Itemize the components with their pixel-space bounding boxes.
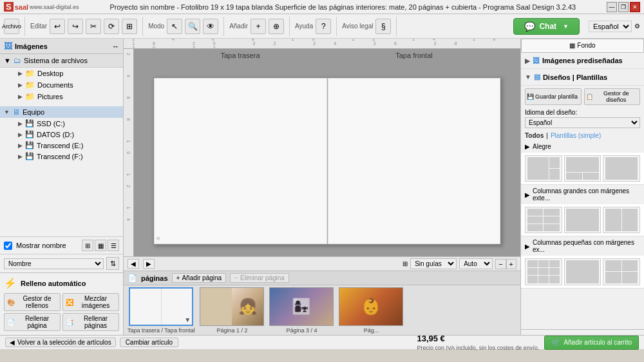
chat-button[interactable]: 💬 Chat ▼ <box>513 18 580 35</box>
close-button[interactable]: ✕ <box>630 2 640 12</box>
category-columnas-pequenas: ▶ Columnas pequeñas con márgenes ex... <box>521 236 644 288</box>
fill-pages-button[interactable]: 📑 Rellenar páginas <box>62 313 119 331</box>
sort-direction-button[interactable]: ⇅ <box>106 257 119 270</box>
filter-simple-link[interactable]: Plantillas (simple) <box>551 132 601 139</box>
copy-button[interactable]: ⊞ <box>122 19 137 34</box>
tree-item-transcend-e[interactable]: ▶ 💾 Transcend (E:) <box>0 140 123 151</box>
rotate-button[interactable]: ⟳ <box>104 19 119 34</box>
file-system-header[interactable]: ▼ 🗂 Sistema de archivos <box>0 54 123 68</box>
window-controls: — ❐ ✕ <box>607 2 640 12</box>
language-selector[interactable]: Español English Deutsch ⚙ <box>589 21 640 32</box>
cg-template-2[interactable] <box>564 207 601 233</box>
add2-tool[interactable]: ⊕ <box>269 19 284 34</box>
preview-tool[interactable]: 👁 <box>203 19 218 34</box>
add-page-button[interactable]: + Añadir página <box>172 273 227 283</box>
scroll-left-button[interactable]: ◀ <box>128 259 139 269</box>
fill-page-button[interactable]: 📄 Rellenar página <box>4 313 61 331</box>
help-button[interactable]: ? <box>316 19 331 34</box>
page-thumb-3[interactable]: 👶 Pág... <box>339 287 403 334</box>
alegre-template-1[interactable] <box>525 155 562 182</box>
tree-item-datos[interactable]: ▶ 💾 DATOS (D:) <box>0 129 123 140</box>
cp-template-3[interactable] <box>603 258 640 285</box>
page-thumb-2[interactable]: 👩‍👧 Página 3 / 4 <box>269 287 334 334</box>
cp-template-1[interactable] <box>525 258 562 285</box>
tree-item-ssd[interactable]: ▶ 💾 SSD (C:) <box>0 118 123 129</box>
page-thumb-1[interactable]: 👧 Página 1 / 2 <box>200 287 264 334</box>
chat-icon: 💬 <box>524 21 535 32</box>
filter-all-link[interactable]: Todos <box>525 132 544 139</box>
alegre-template-3[interactable] <box>603 155 640 182</box>
category-columnas-grandes-header[interactable]: ▶ Columnas grandes con márgenes exte... <box>521 185 644 204</box>
tab-fondo[interactable]: ▦ Fondo <box>521 39 644 52</box>
category-alegre-header[interactable]: ▶ Alegre <box>521 140 644 153</box>
equipo-label: Equipo <box>23 108 44 116</box>
saal-url: www.saal-digital.es <box>30 4 79 10</box>
ruler-horizontal: 2 4 6 8 10 12 14 16 18 20 22 24 26 28 30… <box>124 39 520 49</box>
zoom-select[interactable]: Auto 50% 100% 150% <box>459 258 493 269</box>
zoom-out-button[interactable]: − <box>495 259 506 269</box>
view-medium-icon[interactable]: ▦ <box>95 240 106 251</box>
back-cover-page[interactable] <box>154 78 327 244</box>
mix-images-button[interactable]: 🔀 Mezclar imágenes <box>62 293 119 311</box>
page3-thumb-label: Pág... <box>364 327 379 334</box>
datos-drive-icon: 💾 <box>25 130 34 138</box>
remove-page-button[interactable]: − Eliminar página <box>230 273 289 283</box>
zoom-in-button[interactable]: + <box>506 259 516 269</box>
cart-icon: 🛒 <box>551 338 561 347</box>
view-large-icon[interactable]: ⊞ <box>82 240 93 251</box>
show-name-checkbox[interactable] <box>4 242 12 250</box>
preset-images-header[interactable]: ▶ 🖼 Imágenes prediseñadas <box>525 55 640 66</box>
change-article-button[interactable]: Cambiar artículo <box>120 338 178 347</box>
add-to-cart-button[interactable]: 🛒 Añadir artículo al carrito <box>544 336 639 350</box>
back-button[interactable]: ◀ Volver a la selección de artículos <box>5 338 116 347</box>
save-template-label: Guardar plantilla <box>535 93 578 100</box>
chat-dropdown-arrow[interactable]: ▼ <box>563 23 569 30</box>
alegre-template-2[interactable] <box>564 155 601 182</box>
designs-header[interactable]: ▼ ▤ Diseños | Plantillas <box>525 71 640 82</box>
front-cover-page[interactable] <box>328 78 501 244</box>
toolbar-menu-archivo[interactable]: Archivo <box>4 19 19 34</box>
cut-button[interactable]: ✂ <box>86 19 101 34</box>
view-icons: ⊞ ▦ ☰ <box>82 240 119 251</box>
tree-item-transcend-f[interactable]: ▶ 💾 Transcend (F:) <box>0 151 123 162</box>
name-select[interactable]: Nombre Fecha Tamaño <box>4 258 104 269</box>
category-columnas-pequenas-header[interactable]: ▶ Columnas pequeñas con márgenes ex... <box>521 236 644 256</box>
fill-manager-icon: 🎨 <box>7 299 15 306</box>
restore-button[interactable]: ❐ <box>618 2 629 12</box>
language-select[interactable]: Español English Deutsch <box>589 21 632 32</box>
save-template-button[interactable]: 💾 Guardar plantilla <box>525 88 582 105</box>
tree-item-pictures[interactable]: ▶ 📁 Pictures <box>0 91 123 102</box>
canvas-area[interactable]: Tapa trasera Tapa frontal R <box>134 49 520 256</box>
design-manager-button[interactable]: 📋 Gestor de diseños <box>584 88 641 105</box>
guides-select[interactable]: Sin guías Con guías <box>410 258 457 269</box>
category-alegre: ▶ Alegre <box>521 140 644 185</box>
cg-template-1[interactable] <box>525 207 562 233</box>
design-lang-select[interactable]: Español English Deutsch <box>525 117 640 128</box>
redo-button[interactable]: ↪ <box>68 19 83 34</box>
lang-settings-icon[interactable]: ⚙ <box>634 23 640 30</box>
view-list-icon[interactable]: ☰ <box>108 240 119 251</box>
tree-item-equipo[interactable]: ▼ 🖥 Equipo <box>0 106 123 118</box>
search-tool[interactable]: 🔍 <box>185 19 200 34</box>
fill-manager-button[interactable]: 🎨 Gestor de rellenos <box>4 293 61 311</box>
bottom-right-section: 13,95 € Precio con IVA incluido, sin los… <box>417 334 639 351</box>
page-thumb-cover[interactable]: ▼ Tapa trasera / Tapa frontal <box>128 287 194 334</box>
tree-item-documents[interactable]: ▶ 📁 Documents <box>0 79 123 91</box>
select-tool[interactable]: ↖ <box>167 19 182 34</box>
mix-images-label: Mezclar imágenes <box>75 295 116 309</box>
desktop-folder-icon: 📁 <box>25 69 35 78</box>
ruler-vertical: 2 4 6 8 10 12 14 <box>124 49 134 256</box>
cp-template-2[interactable] <box>564 258 601 285</box>
designs-expand-icon: ▼ <box>525 73 531 81</box>
tree-item-desktop[interactable]: ▶ 📁 Desktop <box>0 68 123 79</box>
legal-button[interactable]: § <box>375 19 391 34</box>
images-panel-icon: 🖼 <box>4 41 12 51</box>
pages-content: ▼ Tapa trasera / Tapa frontal 👧 P <box>124 285 520 335</box>
images-panel-refresh[interactable]: ↔ <box>112 43 119 50</box>
minimize-button[interactable]: — <box>607 2 617 12</box>
add-tool[interactable]: + <box>251 19 266 34</box>
columnas-pequenas-label: Columnas pequeñas con márgenes ex... <box>533 239 640 253</box>
cg-template-3[interactable] <box>603 207 640 233</box>
undo-button[interactable]: ↩ <box>50 19 65 34</box>
scroll-right-button[interactable]: ▶ <box>143 259 155 269</box>
